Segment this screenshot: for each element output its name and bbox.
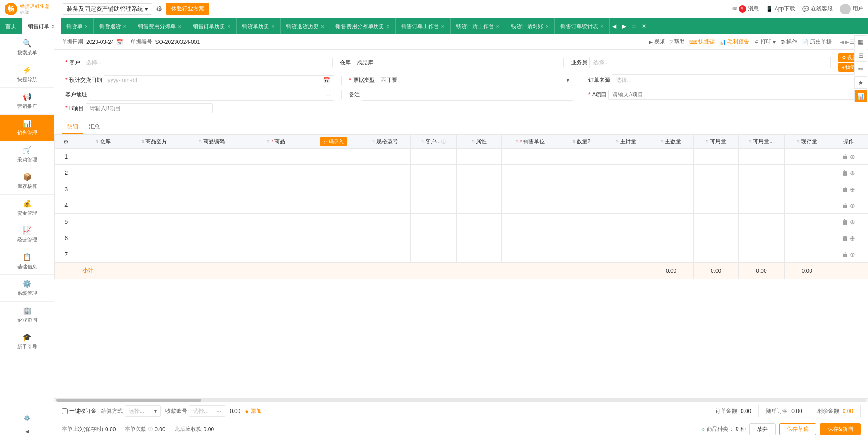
delete-icon[interactable]: 🗑 (842, 169, 848, 177)
delete-icon[interactable]: 🗑 (842, 153, 848, 160)
sidebar-item-guide[interactable]: 🎓 新手引导 (0, 328, 54, 355)
scroll-thumb[interactable] (56, 399, 201, 402)
app-download-btn[interactable]: 📱 App下载 (766, 5, 795, 13)
copy-icon[interactable]: ⊕ (850, 153, 855, 160)
profit-btn[interactable]: 📊 毛利预告 (719, 38, 749, 46)
sidebar-item-enterprise[interactable]: 🏢 企业协同 (0, 302, 54, 328)
delete-icon[interactable]: 🗑 (842, 218, 848, 226)
sidebar-item-search[interactable]: 🔍 搜索菜单 (0, 34, 54, 61)
copy-icon[interactable]: ⊕ (850, 186, 855, 193)
system-name[interactable]: 装备及固定资产辅助管理系统 ▾ (63, 3, 152, 15)
add-btn[interactable]: ● 添加 (245, 407, 261, 415)
tab-sales-goods[interactable]: 销货单 ✕ (61, 18, 94, 34)
shortcut-btn[interactable]: ⌨ 快捷键 (689, 38, 715, 46)
save-new-button[interactable]: 保存&新增 (820, 423, 861, 435)
tab-fee-history[interactable]: 销售费用分摊单历史 ✕ (330, 18, 396, 34)
next-icon[interactable]: ▶ (845, 39, 849, 45)
history-btn[interactable]: 📄 历史单据 (802, 38, 832, 46)
copy-icon[interactable]: ⊕ (850, 218, 855, 226)
close-icon[interactable]: ✕ (271, 24, 275, 29)
tab-sales-order-history[interactable]: 销售订单历史 ✕ (187, 18, 237, 34)
nav-prev[interactable]: ◀ (610, 23, 619, 29)
tab-return-history[interactable]: 销货退货历史 ✕ (281, 18, 330, 34)
copy-icon[interactable]: ⊕ (850, 251, 855, 258)
tab-order-workbench[interactable]: 销售订单工作台 ✕ (396, 18, 451, 34)
copy-icon[interactable]: ⊕ (850, 235, 855, 242)
bproject-input[interactable] (86, 103, 213, 113)
side-panel-btn-5[interactable]: 📊 (854, 90, 867, 102)
operation-btn[interactable]: ⚙ 操作 (780, 38, 797, 46)
side-panel-btn-1[interactable]: ▦ (854, 35, 867, 48)
delete-icon[interactable]: 🗑 (842, 251, 848, 258)
sidebar-item-quicknav[interactable]: ⚡ 快捷导航 (0, 61, 54, 88)
account-select[interactable]: 选择... ··· (189, 405, 225, 417)
side-panel-btn-4[interactable]: ★ (854, 76, 867, 89)
calendar-icon[interactable]: 📅 (116, 39, 123, 45)
nav-next[interactable]: ▶ (619, 23, 629, 29)
side-panel-btn-2[interactable]: ⊞ (854, 49, 867, 62)
sidebar-item-basic[interactable]: 📋 基础信息 (0, 248, 54, 275)
warehouse-input[interactable]: 成品库 ··· (353, 57, 556, 68)
copy-icon[interactable]: ⊕ (850, 202, 855, 209)
delete-icon[interactable]: 🗑 (842, 202, 848, 209)
tab-home[interactable]: 首页 (0, 18, 22, 34)
close-icon[interactable]: ✕ (227, 24, 231, 29)
nav-close-all[interactable]: ✕ (639, 23, 649, 29)
help-btn[interactable]: ? 帮助 (669, 38, 685, 46)
close-icon[interactable]: ✕ (441, 24, 445, 29)
delivery-date-input[interactable]: yyyy-mm-dd 📅 (104, 75, 335, 85)
online-service-btn[interactable]: 💬 在线客服 (802, 5, 833, 13)
tab-summary[interactable]: 汇总 (83, 120, 105, 134)
tab-sales-order[interactable]: 销售订单 ✕ (22, 18, 61, 34)
horizontal-scrollbar[interactable] (54, 398, 868, 402)
tab-sales-fee[interactable]: 销售费用分摊单 ✕ (132, 18, 187, 34)
discard-button[interactable]: 放弃 (749, 423, 776, 435)
sidebar-item-inventory[interactable]: 📦 库存核算 (0, 168, 54, 195)
message-btn[interactable]: ✉ 9 消息 (732, 5, 759, 13)
print-btn[interactable]: 🖨 打印 ▾ (754, 38, 776, 46)
user-menu[interactable]: 用户 (840, 4, 863, 14)
sidebar-item-marketing[interactable]: 📢 营销推广 (0, 88, 54, 115)
settings-icon[interactable]: ⚙ (156, 5, 162, 13)
tab-daily-workbench[interactable]: 钱货日清工作台 ✕ (451, 18, 505, 34)
tab-sales-return[interactable]: 销货退货 ✕ (94, 18, 132, 34)
sidebar-settings-btn[interactable]: ⚙️ (0, 412, 54, 425)
salesman-input[interactable]: 选择... ··· (589, 57, 831, 68)
close-icon[interactable]: ✕ (600, 24, 604, 29)
customer-input[interactable]: 选择... ··· (82, 57, 325, 68)
tab-stats[interactable]: 销售订单统计表 ✕ (555, 18, 610, 34)
sidebar-item-sales[interactable]: 📊 销售管理 (0, 115, 54, 141)
th-settings[interactable]: ⚙ (55, 135, 78, 149)
close-icon[interactable]: ✕ (84, 24, 88, 29)
delete-icon[interactable]: 🗑 (842, 186, 848, 193)
one-click-checkbox[interactable] (62, 408, 68, 414)
tab-sales-goods-history[interactable]: 销货单历史 ✕ (237, 18, 281, 34)
ticket-type-select[interactable]: 不开票 ▾ (377, 75, 573, 86)
close-icon[interactable]: ✕ (496, 24, 499, 29)
close-icon[interactable]: ✕ (386, 24, 390, 29)
close-icon[interactable]: ✕ (178, 24, 181, 29)
close-icon[interactable]: ✕ (545, 24, 549, 29)
side-panel-btn-3[interactable]: ✏ (854, 63, 867, 75)
remark-input[interactable] (362, 89, 573, 101)
save-draft-button[interactable]: 保存草稿 (779, 423, 816, 435)
scan-button[interactable]: 扫码录入 (320, 137, 347, 146)
close-icon[interactable]: ✕ (320, 24, 324, 29)
payment-method-select[interactable]: 选择... ▾ (125, 405, 161, 417)
copy-icon[interactable]: ⊕ (850, 169, 855, 177)
sidebar-item-operation[interactable]: 📈 经营管理 (0, 221, 54, 248)
aproject-input[interactable] (608, 90, 857, 100)
close-icon[interactable]: ✕ (123, 24, 126, 29)
sidebar-item-purchase[interactable]: 🛒 采购管理 (0, 141, 54, 168)
address-input[interactable]: ··· (89, 89, 334, 101)
delete-icon[interactable]: 🗑 (842, 235, 848, 242)
close-icon[interactable]: ✕ (51, 24, 55, 29)
tab-daily-account[interactable]: 钱货日清对账 ✕ (505, 18, 555, 34)
tab-detail[interactable]: 明细 (62, 120, 83, 134)
prev-icon[interactable]: ◀ (840, 39, 844, 45)
industry-button[interactable]: 体验行业方案 (166, 3, 209, 15)
sidebar-collapse-btn[interactable]: ◀ (0, 425, 54, 438)
sidebar-item-finance[interactable]: 💰 资金管理 (0, 195, 54, 221)
order-source-input[interactable]: 选择... (612, 74, 857, 86)
nav-more[interactable]: ☰ (629, 23, 639, 29)
